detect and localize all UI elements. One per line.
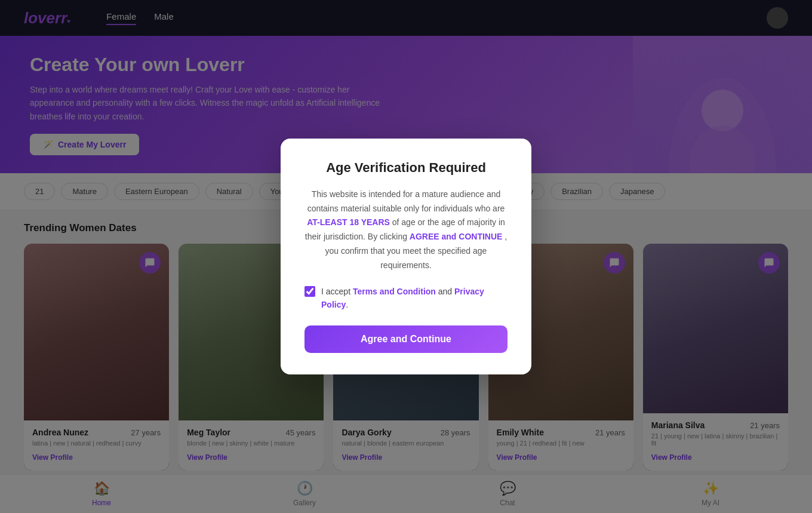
modal-body: This website is intended for a mature au… [304, 188, 508, 273]
modal-agree-inline: AGREE and CONTINUE [410, 232, 503, 241]
modal-body-text: This website is intended for a mature au… [307, 189, 505, 213]
accept-checkbox[interactable] [304, 286, 315, 297]
period: . [346, 300, 348, 309]
terms-link[interactable]: Terms and Condition [353, 287, 436, 296]
modal-title: Age Verification Required [304, 160, 508, 176]
and-text: and [436, 287, 454, 296]
accept-prefix: I accept [321, 287, 353, 296]
agree-continue-button[interactable]: Agree and Continue [304, 325, 508, 353]
modal-accept-row: I accept Terms and Condition and Privacy… [304, 285, 508, 312]
modal-overlay: Age Verification Required This website i… [0, 0, 812, 513]
age-verification-modal: Age Verification Required This website i… [281, 139, 531, 375]
modal-age-highlight: AT-LEAST 18 YEARS [307, 217, 390, 227]
accept-label: I accept Terms and Condition and Privacy… [321, 285, 508, 312]
